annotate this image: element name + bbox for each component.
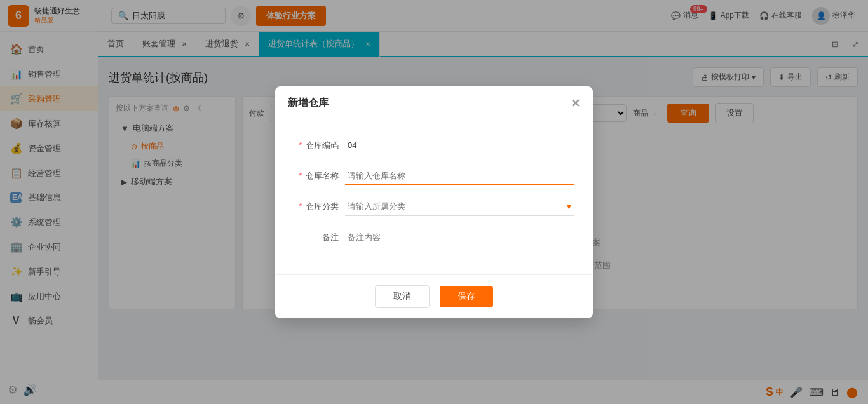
category-label: * 仓库分类 — [294, 201, 339, 212]
code-required-star: * — [299, 140, 302, 150]
cancel-button[interactable]: 取消 — [375, 285, 430, 308]
category-input[interactable] — [348, 201, 567, 211]
warehouse-name-input[interactable] — [345, 167, 574, 185]
name-required-star: * — [299, 171, 302, 180]
warehouse-code-input[interactable] — [345, 137, 574, 154]
remark-label: 备注 — [294, 232, 339, 243]
name-label: * 仓库名称 — [294, 170, 339, 182]
code-label: * 仓库编码 — [294, 140, 339, 151]
category-dropdown-icon: ▾ — [567, 201, 571, 212]
form-row-category: * 仓库分类 ▾ — [294, 198, 574, 216]
modal-overlay[interactable]: 新增仓库 ✕ * 仓库编码 * 仓库名称 — [0, 0, 868, 404]
form-row-name: * 仓库名称 — [294, 167, 574, 185]
modal-title: 新增仓库 — [288, 97, 329, 110]
add-warehouse-modal: 新增仓库 ✕ * 仓库编码 * 仓库名称 — [275, 86, 593, 318]
category-select-wrap[interactable]: ▾ — [345, 198, 574, 216]
category-required-star: * — [299, 201, 302, 211]
modal-header: 新增仓库 ✕ — [275, 86, 593, 121]
modal-close-button[interactable]: ✕ — [571, 97, 580, 111]
save-button[interactable]: 保存 — [440, 286, 493, 307]
remark-input[interactable] — [345, 229, 574, 246]
modal-footer: 取消 保存 — [275, 274, 593, 318]
form-row-remark: 备注 — [294, 229, 574, 246]
modal-body: * 仓库编码 * 仓库名称 * 仓库分类 — [275, 121, 593, 274]
form-row-code: * 仓库编码 — [294, 137, 574, 154]
